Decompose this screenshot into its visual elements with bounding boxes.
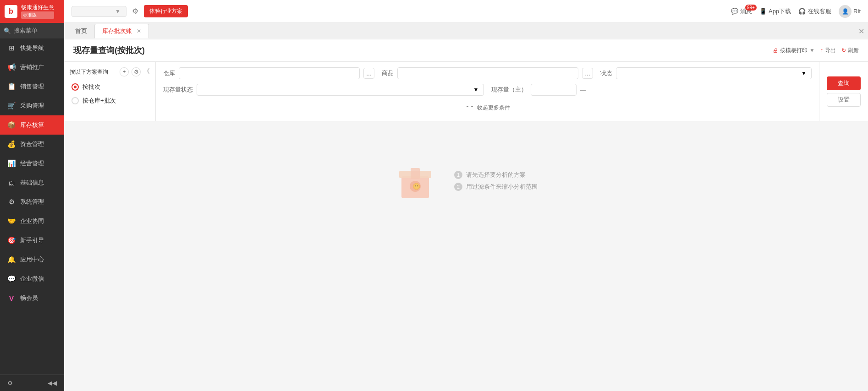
warehouse-more-btn[interactable]: ... — [363, 68, 374, 79]
print-btn[interactable]: 🖨 按模板打印 ▼ — [773, 47, 815, 54]
search-icon: 🔍 — [4, 27, 11, 34]
sidebar-footer: ⚙ ◀◀ — [0, 375, 64, 391]
product-label: 商品 — [382, 69, 394, 77]
topbar-right: 💬 消息 99+ 📱 App下载 🎧 在线客服 👤 Rit — [731, 5, 861, 18]
query-actions: 查询 设置 — [819, 62, 868, 121]
empty-hint-2: 2 用过滤条件来缩小分析范围 — [454, 183, 538, 191]
mobile-icon: 📱 — [759, 8, 767, 15]
sidebar-item-corp-wechat[interactable]: 💬 企业微信 — [0, 269, 64, 288]
refresh-btn[interactable]: ↻ 刷新 — [841, 47, 859, 54]
inventory-status-select[interactable]: ▼ — [197, 84, 484, 96]
empty-hint-1: 1 请先选择要分析的方案 — [454, 171, 538, 179]
warehouse-input[interactable] — [179, 67, 360, 79]
filter-main: 仓库 ... 商品 ... 状态 — [156, 62, 819, 121]
scheme-icons: + ⚙ 《 — [120, 67, 150, 76]
user-avatar[interactable]: 👤 Rit — [839, 5, 861, 18]
export-icon: ↑ — [820, 47, 823, 54]
export-btn[interactable]: ↑ 导出 — [820, 47, 836, 54]
sidebar-item-label: 企业协同 — [20, 217, 44, 225]
filter-inventory-qty: 现存量（主） — — [491, 84, 812, 96]
empty-box-svg: 😶 — [395, 158, 440, 204]
product-more-btn[interactable]: ... — [582, 68, 593, 79]
page-content: 现存量查询(按批次) 🖨 按模板打印 ▼ ↑ 导出 ↻ 刷新 — [64, 39, 868, 391]
sidebar-item-sales[interactable]: 📋 销售管理 — [0, 77, 64, 96]
settings-button[interactable]: 设置 — [827, 93, 861, 107]
sidebar-item-purchase[interactable]: 🛒 采购管理 — [0, 96, 64, 115]
tab-close-icon[interactable]: ✕ — [137, 28, 141, 34]
vip-icon: V — [7, 294, 16, 302]
empty-hint-1-text: 请先选择要分析的方案 — [466, 171, 526, 179]
app-download-btn[interactable]: 📱 App下载 — [759, 7, 791, 16]
filter-inventory-status: 现存量状态 ▼ — [163, 84, 484, 96]
filter-area: 按以下方案查询 + ⚙ 《 按批次 按仓库+批次 — [64, 62, 868, 121]
message-count-badge: 99+ — [745, 5, 757, 11]
empty-state: 😶 1 请先选择要分析的方案 2 用过滤条件来缩小分析范围 — [64, 121, 868, 240]
svg-rect-2 — [411, 168, 420, 179]
empty-illustration: 😶 — [395, 158, 440, 204]
sidebar-item-enterprise[interactable]: 🤝 企业协同 — [0, 212, 64, 231]
inventory-status-label: 现存量状态 — [163, 86, 193, 94]
status-select[interactable]: ▼ — [616, 67, 812, 79]
message-icon: 💬 — [731, 8, 738, 15]
filter-warehouse: 仓库 ... — [163, 67, 374, 79]
collapse-icon[interactable]: ◀◀ — [48, 380, 57, 386]
collapse-up-icon: ⌃⌃ — [465, 105, 474, 111]
inventory-status-dropdown-icon: ▼ — [473, 87, 479, 93]
tab-inventory-batch-label: 库存批次账 — [102, 27, 132, 35]
finance-icon: 💰 — [7, 140, 16, 148]
settings-icon[interactable]: ⚙ — [7, 380, 13, 386]
sidebar-item-operation[interactable]: 📊 经营管理 — [0, 154, 64, 173]
filter-scheme-title-text: 按以下方案查询 — [70, 68, 108, 76]
sidebar-item-system[interactable]: ⚙ 系统管理 — [0, 192, 64, 212]
scheme-dot-inactive — [71, 97, 79, 104]
sidebar-item-inventory[interactable]: 📦 库存核算 — [0, 115, 64, 135]
scheme-label-warehouse-batch: 按仓库+批次 — [82, 97, 116, 105]
inventory-qty-label: 现存量（主） — [491, 86, 527, 94]
settings-gear-icon[interactable]: ⚙ — [132, 7, 138, 16]
sidebar-item-vip[interactable]: V 畅会员 — [0, 288, 64, 308]
scheme-settings-btn[interactable]: ⚙ — [132, 67, 141, 76]
online-service-label: 在线客服 — [808, 7, 831, 16]
tab-inventory-batch[interactable]: 库存批次账 ✕ — [94, 24, 149, 38]
print-dropdown-icon: ▼ — [809, 47, 815, 54]
marketing-icon: 📢 — [7, 63, 16, 71]
filter-scheme-panel: 按以下方案查询 + ⚙ 《 按批次 按仓库+批次 — [64, 62, 156, 121]
sales-icon: 📋 — [7, 82, 16, 91]
scheme-item-warehouse-batch[interactable]: 按仓库+批次 — [70, 94, 150, 108]
query-button[interactable]: 查询 — [827, 76, 861, 90]
scheme-collapse-icon[interactable]: 《 — [143, 67, 150, 76]
topbar-search[interactable]: ▼ — [71, 6, 126, 17]
filter-row-1: 仓库 ... 商品 ... 状态 — [163, 67, 812, 79]
experience-btn[interactable]: 体验行业方案 — [144, 5, 188, 17]
scheme-add-btn[interactable]: + — [120, 67, 129, 76]
tab-home-label: 首页 — [75, 27, 87, 35]
user-name: Rit — [853, 8, 861, 15]
scheme-item-batch[interactable]: 按批次 — [70, 80, 150, 94]
message-btn[interactable]: 💬 消息 99+ — [731, 7, 752, 16]
tab-bar-close-icon[interactable]: ✕ — [858, 27, 864, 35]
collapse-bar[interactable]: ⌃⌃ 收起更多条件 — [163, 100, 812, 115]
sidebar-item-newbie[interactable]: 🎯 新手引导 — [0, 231, 64, 250]
warehouse-label: 仓库 — [163, 69, 175, 77]
sidebar-item-marketing[interactable]: 📢 营销推广 — [0, 58, 64, 77]
refresh-icon: ↻ — [841, 47, 846, 54]
product-input[interactable] — [397, 67, 578, 79]
empty-text-area: 1 请先选择要分析的方案 2 用过滤条件来缩小分析范围 — [454, 171, 538, 191]
sidebar-item-quick-nav[interactable]: ⊞ 快捷导航 — [0, 38, 64, 58]
dropdown-arrow-icon: ▼ — [115, 8, 121, 15]
app-download-label: App下载 — [769, 7, 791, 16]
newbie-icon: 🎯 — [7, 236, 16, 244]
inventory-qty-min[interactable] — [531, 84, 577, 96]
sidebar-item-finance[interactable]: 💰 资金管理 — [0, 135, 64, 154]
step-1-circle: 1 — [454, 171, 462, 179]
corp-wechat-icon: 💬 — [7, 275, 16, 283]
inventory-icon: 📦 — [7, 121, 16, 129]
app-version: 标准版 — [21, 11, 54, 19]
sidebar-item-label: 应用中心 — [20, 255, 44, 264]
sidebar-item-basics[interactable]: 🗂 基础信息 — [0, 173, 64, 192]
online-service-btn[interactable]: 🎧 在线客服 — [798, 7, 831, 16]
sidebar-search[interactable]: 🔍 搜索菜单 — [0, 23, 64, 38]
page-actions: 🖨 按模板打印 ▼ ↑ 导出 ↻ 刷新 — [773, 47, 859, 54]
tab-home[interactable]: 首页 — [68, 24, 94, 38]
sidebar-item-app-center[interactable]: 🔔 应用中心 — [0, 250, 64, 269]
